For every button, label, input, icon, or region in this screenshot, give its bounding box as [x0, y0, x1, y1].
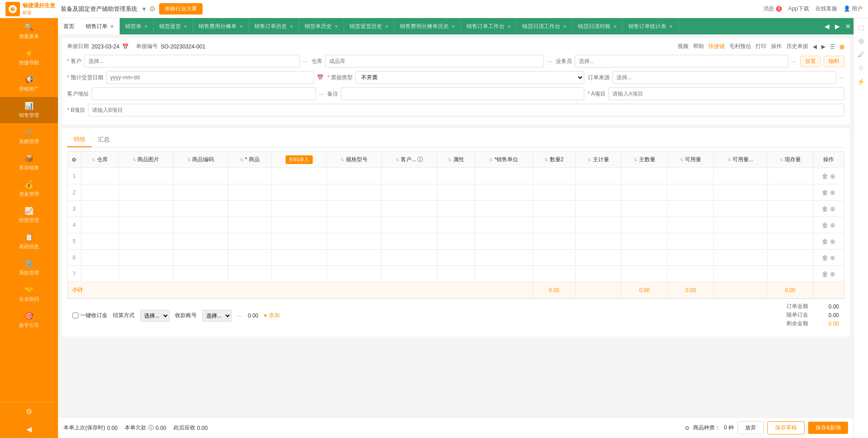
cell-0-4[interactable]	[272, 168, 327, 184]
copy-row-4[interactable]: ⊕	[830, 238, 835, 245]
right-panel-btn-2[interactable]: ◎	[856, 35, 867, 46]
sidebar-item-6[interactable]: 💰资金管理	[0, 176, 58, 202]
remark-input[interactable]	[341, 87, 584, 100]
cell-6-14[interactable]	[767, 266, 813, 282]
cell-1-2[interactable]	[173, 184, 228, 201]
cell-2-8[interactable]	[475, 201, 533, 217]
cell-2-5[interactable]	[327, 201, 382, 217]
tab-close-10[interactable]: ✕	[613, 24, 617, 29]
add-btn[interactable]: ● 添加	[264, 312, 280, 319]
cell-3-7[interactable]	[437, 217, 475, 233]
cell-0-0[interactable]	[81, 168, 119, 184]
cell-2-2[interactable]	[173, 201, 228, 217]
col-warehouse[interactable]: ⇅ 仓库	[81, 152, 119, 168]
tab-close-2[interactable]: ✕	[184, 24, 187, 29]
cell-5-2[interactable]	[173, 250, 228, 266]
cell-4-3[interactable]	[228, 233, 272, 250]
col-spec[interactable]: ⇅ 规格型号	[327, 152, 382, 168]
account-more-btn[interactable]: ···	[237, 312, 242, 319]
sidebar-item-3[interactable]: 📊销售管理	[0, 97, 58, 123]
cell-5-6[interactable]	[381, 250, 437, 266]
sidebar-item-7[interactable]: 📈经营管理	[0, 202, 58, 228]
cell-1-3[interactable]	[228, 184, 272, 201]
cell-5-5[interactable]	[327, 250, 382, 266]
cell-3-6[interactable]	[381, 217, 437, 233]
col-scan[interactable]: 扫码录入	[272, 152, 327, 168]
cell-4-6[interactable]	[381, 233, 437, 250]
cell-4-5[interactable]	[327, 233, 382, 250]
delete-row-2[interactable]: 🗑	[822, 205, 828, 212]
delete-row-1[interactable]: 🗑	[822, 189, 828, 196]
cell-6-4[interactable]	[272, 266, 327, 282]
cell-6-5[interactable]	[327, 266, 382, 282]
cell-5-14[interactable]	[767, 250, 813, 266]
col-customer[interactable]: ⇅ 客户... ⓘ	[381, 152, 437, 168]
tab-detail[interactable]: 明细	[67, 133, 92, 147]
address-input[interactable]	[92, 87, 316, 100]
online-service-btn[interactable]: 在线客服	[815, 5, 837, 13]
tab-close-5[interactable]: ✕	[335, 24, 338, 29]
cell-1-1[interactable]	[118, 184, 173, 201]
cell-6-8[interactable]	[475, 266, 533, 282]
delivery-input[interactable]	[106, 71, 314, 84]
add-product-btn[interactable]: 物料	[824, 56, 844, 67]
scan-btn[interactable]: 扫码录入	[286, 155, 313, 164]
warehouse-more-btn[interactable]: ···	[547, 58, 552, 65]
sidebar-item-9[interactable]: ⚙️系统管理	[0, 255, 58, 281]
cell-0-8[interactable]	[475, 168, 533, 184]
cell-2-1[interactable]	[118, 201, 173, 217]
cell-0-5[interactable]	[327, 168, 382, 184]
right-panel-btn-1[interactable]: ⬚	[856, 22, 867, 33]
tab-7[interactable]: 销售费用分摊单历史✕	[394, 18, 461, 34]
cell-0-13[interactable]	[714, 168, 767, 184]
user-avatar[interactable]: 👤 用户	[844, 5, 863, 13]
col-stock[interactable]: ⇅ 现存量	[767, 152, 813, 168]
tab-close-7[interactable]: ✕	[451, 24, 455, 29]
tab-close-3[interactable]: ✕	[239, 24, 243, 29]
cell-2-12[interactable]	[668, 201, 714, 217]
delete-row-5[interactable]: 🗑	[822, 254, 828, 261]
cell-0-11[interactable]	[621, 168, 668, 184]
tab-0[interactable]: 销售订单✕	[80, 18, 120, 34]
cell-4-13[interactable]	[714, 233, 767, 250]
app-download-btn[interactable]: App下载	[788, 5, 809, 13]
cell-3-5[interactable]	[327, 217, 382, 233]
cell-4-1[interactable]	[118, 233, 173, 250]
tab-close-11[interactable]: ✕	[669, 24, 673, 29]
cell-1-9[interactable]	[533, 184, 575, 201]
cell-1-11[interactable]	[621, 184, 668, 201]
delete-row-3[interactable]: 🗑	[822, 221, 828, 229]
cell-6-3[interactable]	[228, 266, 272, 282]
tab-2[interactable]: 销货退货✕	[154, 18, 193, 34]
sidebar-item-10[interactable]: 🤝企业协同	[0, 281, 58, 307]
tab-close-btn[interactable]: ✕	[843, 23, 853, 30]
shortcut-btn[interactable]: 快捷键	[708, 43, 725, 50]
cell-5-10[interactable]	[575, 250, 621, 266]
cell-3-12[interactable]	[668, 217, 714, 233]
cell-3-1[interactable]	[118, 217, 173, 233]
cell-5-11[interactable]	[621, 250, 668, 266]
settings-btn[interactable]: 设置	[800, 56, 821, 67]
tab-11[interactable]: 销售订单统计表✕	[623, 18, 679, 34]
cell-2-10[interactable]	[575, 201, 621, 217]
save-draft-btn[interactable]: 保存草稿	[767, 421, 805, 434]
cell-6-9[interactable]	[533, 266, 575, 282]
cell-4-14[interactable]	[767, 233, 813, 250]
cell-6-6[interactable]	[381, 266, 437, 282]
tab-summary[interactable]: 汇总	[92, 133, 116, 147]
cell-3-10[interactable]	[575, 217, 621, 233]
cell-6-2[interactable]	[173, 266, 228, 282]
cell-6-7[interactable]	[437, 266, 475, 282]
delete-row-6[interactable]: 🗑	[822, 270, 828, 278]
cell-4-9[interactable]	[533, 233, 575, 250]
warehouse-input[interactable]	[325, 55, 544, 67]
cell-1-13[interactable]	[714, 184, 767, 201]
grid-view-icon[interactable]: ▦	[839, 43, 844, 50]
message-btn[interactable]: 消息 9	[763, 5, 782, 13]
customer-more-btn[interactable]: ···	[302, 58, 308, 65]
cell-2-6[interactable]	[381, 201, 437, 217]
sidebar-settings[interactable]: ⚙	[0, 403, 58, 420]
sidebar-item-8[interactable]: 📋基础信息	[0, 228, 58, 255]
cell-1-10[interactable]	[575, 184, 621, 201]
col-settings[interactable]: ⚙	[68, 152, 81, 168]
